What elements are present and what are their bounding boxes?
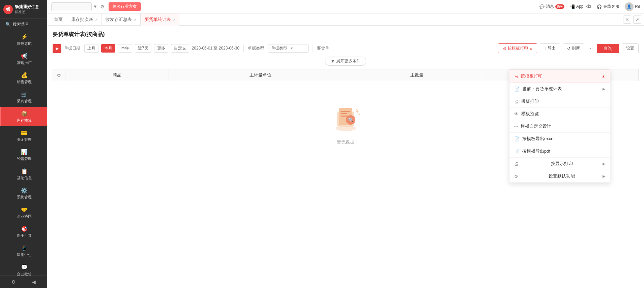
dropdown-set-default[interactable]: ⚙ 设置默认功能 ▶ xyxy=(509,170,610,183)
svg-rect-4 xyxy=(341,113,347,114)
operations-icon: 📊 xyxy=(21,149,28,155)
dropdown-export-pdf[interactable]: 📄 按模板导出pdf xyxy=(509,145,610,158)
more-options-btn[interactable]: ··· xyxy=(587,45,594,52)
toolbar-right-group: 🖨 按模板打印 ▲ ↑ 导出 ↺ 刷新 ··· 查询 设置 xyxy=(498,43,639,53)
export-btn[interactable]: ↑ 导出 xyxy=(540,43,560,53)
inventory-icon: 📦 xyxy=(21,110,28,117)
dropdown-header[interactable]: 🖨 按模板打印 ▲ xyxy=(509,70,610,83)
topbar-search-dropdown[interactable]: ▼ xyxy=(93,4,97,9)
dropdown-chevron-up-icon[interactable]: ▲ xyxy=(602,74,605,78)
template-preview-icon: 👁 xyxy=(514,111,519,117)
expand-more-row: ▼ 展开更多条件 xyxy=(53,57,639,66)
svg-point-8 xyxy=(356,110,358,113)
date-btn-last-month[interactable]: 上月 xyxy=(84,44,98,53)
svg-point-9 xyxy=(358,114,360,115)
date-btn-more[interactable]: 更多 xyxy=(154,44,168,53)
export-pdf-icon: 📄 xyxy=(514,149,520,154)
query-btn[interactable]: 查询 xyxy=(597,44,619,53)
sidebar-item-quick-nav[interactable]: ⚡ 快捷导航 xyxy=(0,30,47,50)
tab-inventory-batch[interactable]: 库存批次账 × xyxy=(67,13,101,26)
dropdown-export-excel[interactable]: 📄 按模板导出excel xyxy=(509,133,610,145)
current-item-arrow-icon: ▶ xyxy=(603,87,605,91)
dropdown-current-item[interactable]: 📄 当前：要货单统计表 ▶ xyxy=(509,83,610,95)
apps-icon: 📱 xyxy=(21,245,28,251)
sidebar-item-operations[interactable]: 📊 经营管理 xyxy=(0,146,47,165)
user-avatar: 👤 xyxy=(625,2,634,11)
date-btn-custom[interactable]: 自定义 xyxy=(171,44,189,53)
filter-divider-1 xyxy=(243,45,244,52)
dropdown-template-preview[interactable]: 👁 模板预览 xyxy=(509,108,610,120)
toolbar-expand-btn[interactable]: ▶ xyxy=(53,44,61,53)
topbar-search-input[interactable] xyxy=(51,2,92,11)
svg-rect-3 xyxy=(341,111,350,112)
dropdown-template-design[interactable]: ✏ 模板自定义设计 xyxy=(509,120,610,133)
sales-icon: 💰 xyxy=(21,72,28,78)
user-avatar-btn[interactable]: 👤 Rit xyxy=(625,2,640,11)
sidebar-item-wechat[interactable]: 💬 企业微信 xyxy=(0,261,47,276)
print-icon: 🖨 xyxy=(502,46,506,51)
sidebar-item-purchase[interactable]: 🛒 采购管理 xyxy=(0,88,47,107)
dropdown-print-icon: 🖨 xyxy=(514,74,519,79)
sidebar-item-apps[interactable]: 📱 应用中心 xyxy=(0,242,47,261)
tab-receipt-summary[interactable]: 收发存汇总表 × xyxy=(101,13,140,26)
sidebar-item-basic[interactable]: 📋 基础信息 xyxy=(0,165,47,184)
th-qty: 主数量 xyxy=(352,69,482,81)
export-icon: ↑ xyxy=(544,46,546,51)
tab-order-stat[interactable]: 要货单统计表 × xyxy=(141,13,179,26)
order-type-arrow-icon: ▼ xyxy=(290,46,293,50)
order-type-select[interactable]: 单据类型 ▼ xyxy=(268,44,309,53)
message-icon: 💬 xyxy=(539,4,545,9)
dropdown-template-print[interactable]: 🖨 模板打印 xyxy=(509,95,610,108)
refresh-btn[interactable]: ↺ 刷新 xyxy=(563,43,584,53)
sidebar: 畅 畅捷通好生意 标准版 🔍 搜索菜单 ⚡ 快捷导航 📢 营销推广 💰 销售管理… xyxy=(0,0,47,288)
print-template-btn[interactable]: 🖨 按模板打印 ▲ xyxy=(498,43,537,53)
sidebar-settings-btn[interactable]: ⚙ xyxy=(11,279,16,285)
topbar-gear-icon[interactable]: ⚙ xyxy=(100,4,105,9)
finance-icon: 💳 xyxy=(21,130,28,136)
sidebar-item-system[interactable]: ⚙️ 系统管理 xyxy=(0,184,47,203)
order-item-label: 要货单 xyxy=(317,45,329,51)
dropdown-display-print[interactable]: 🖨 按显示打印 ▶ xyxy=(509,158,610,170)
settings-btn[interactable]: 设置 xyxy=(622,43,639,53)
sidebar-item-collab[interactable]: 🤝 企业协同 xyxy=(0,203,47,222)
sidebar-item-guide[interactable]: 🎯 新手引导 xyxy=(0,222,47,242)
sidebar-logo: 畅 畅捷通好生意 标准版 xyxy=(0,0,47,19)
template-design-icon: ✏ xyxy=(514,124,518,129)
tab-close-all-btn[interactable]: ✕ xyxy=(623,15,631,24)
sidebar-item-sales[interactable]: 💰 销售管理 xyxy=(0,69,47,88)
sidebar-collapse-btn[interactable]: ◀ xyxy=(32,279,36,285)
page-title: 要货单统计表(按商品) xyxy=(53,31,639,38)
sidebar-search[interactable]: 🔍 搜索菜单 xyxy=(0,19,47,30)
trial-button[interactable]: 体验行业方案 xyxy=(109,2,141,11)
tab-close-receipt-summary[interactable]: × xyxy=(134,18,136,22)
set-default-arrow-icon: ▶ xyxy=(603,174,605,179)
toolbar-row1: ▶ 单据日期 上月 本月 本年 近7天 更多 自定义 2023-06-01 至 … xyxy=(53,43,639,53)
tabs-bar: 首页 库存批次账 × 收发存汇总表 × 要货单统计表 × ✕ ⤢ xyxy=(47,13,644,26)
quick-nav-icon: ⚡ xyxy=(21,34,28,40)
online-service-btn[interactable]: 🎧 在线客服 xyxy=(597,4,619,9)
date-btn-this-year[interactable]: 本年 xyxy=(118,44,132,53)
expand-more-btn[interactable]: ▼ 展开更多条件 xyxy=(325,57,366,66)
date-btn-this-month[interactable]: 本月 xyxy=(101,44,115,53)
th-settings[interactable]: ⚙ xyxy=(53,69,65,81)
tab-close-order-stat[interactable]: × xyxy=(173,18,175,22)
purchase-icon: 🛒 xyxy=(21,91,28,98)
svg-text:🔍: 🔍 xyxy=(348,117,354,123)
date-btn-7days[interactable]: 近7天 xyxy=(135,44,151,53)
print-dropdown-menu: 🖨 按模板打印 ▲ 📄 当前：要货单统计表 ▶ 🖨 模板打印 👁 模板预览 xyxy=(509,69,610,183)
sidebar-item-inventory[interactable]: 📦 库存核算 xyxy=(0,107,47,126)
tab-close-inventory-batch[interactable]: × xyxy=(95,18,97,22)
online-service-icon: 🎧 xyxy=(597,4,602,9)
sidebar-item-finance[interactable]: 💳 资金管理 xyxy=(0,126,47,146)
app-download-btn[interactable]: 📲 App下载 xyxy=(570,4,591,9)
tab-home[interactable]: 首页 xyxy=(50,13,67,26)
topbar-right: 💬 消息 99+ 📲 App下载 🎧 在线客服 👤 Rit xyxy=(539,2,640,11)
tab-expand-btn[interactable]: ⤢ xyxy=(633,15,641,24)
empty-text: 暂无数据 xyxy=(337,139,354,145)
sidebar-item-marketing[interactable]: 📢 营销推广 xyxy=(0,50,47,69)
messages-btn[interactable]: 💬 消息 99+ xyxy=(539,4,564,9)
sidebar-logo-text: 畅捷通好生意 标准版 xyxy=(15,4,39,14)
guide-icon: 🎯 xyxy=(21,226,28,232)
main-content: ▼ ⚙ 体验行业方案 💬 消息 99+ 📲 App下载 🎧 在线客服 👤 Rit xyxy=(47,0,644,288)
basic-icon: 📋 xyxy=(21,168,28,174)
